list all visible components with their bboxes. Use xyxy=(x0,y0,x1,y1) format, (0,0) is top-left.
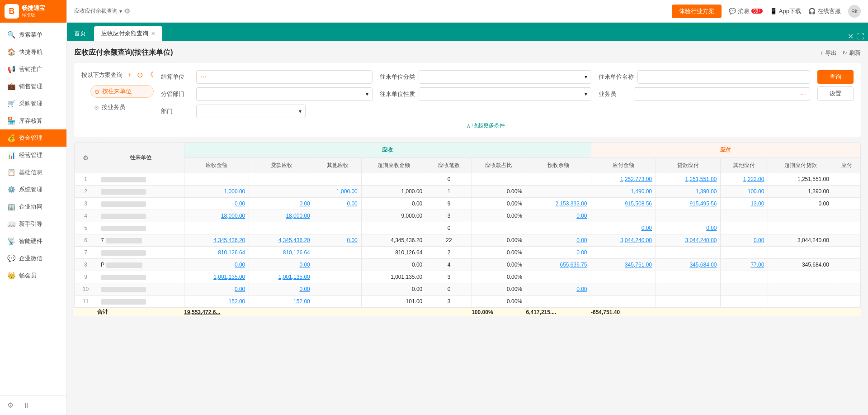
query-button[interactable]: 查询 xyxy=(817,70,854,84)
table-settings-icon[interactable]: ⚙ xyxy=(83,154,89,162)
page-title-bar: 应收应付余额查询(按往来单位) ↑ 导出 ↻ 刷新 xyxy=(74,48,861,57)
export-btn[interactable]: ↑ 导出 xyxy=(821,49,837,57)
footer-ar-count xyxy=(426,308,472,316)
message-icon: 💬 xyxy=(729,8,736,14)
tab-ar-ap[interactable]: 应收应付余额查询 ✕ xyxy=(94,26,162,41)
sidebar-item-wechat[interactable]: 💬 企业微信 xyxy=(0,250,66,267)
col-ar-count: 应收笔数 xyxy=(426,158,472,173)
collapse-icon: ∧ xyxy=(467,123,471,129)
cell-ar-other-3 xyxy=(314,210,361,222)
breadcrumb-arrow: ▾ xyxy=(119,8,122,14)
filter-group-salesperson[interactable]: ⊙ 按业务员 xyxy=(90,101,154,113)
col-settings-header[interactable]: ⚙ xyxy=(75,143,97,173)
sidebar-item-guide[interactable]: 📖 新手引导 xyxy=(0,215,66,233)
nav-label-quick-nav: 快捷导航 xyxy=(19,48,42,56)
collapse-btn[interactable]: ∧ 收起更多条件 xyxy=(467,122,505,129)
sidebar-item-enterprise[interactable]: 🏢 企业协同 xyxy=(0,198,66,215)
cell-party-8 xyxy=(97,271,184,283)
dept-select[interactable]: ▾ xyxy=(196,87,373,101)
filter-add-icon[interactable]: ＋ xyxy=(126,70,133,80)
cell-ar-ratio-4 xyxy=(472,222,526,234)
main-content: 应收应付余额查询(按往来单位) ↑ 导出 ↻ 刷新 按以下方案查询 xyxy=(67,41,868,415)
settlement-label: 结算单位 xyxy=(161,73,193,81)
filter-collapse-icon[interactable]: 《 xyxy=(146,70,154,80)
sidebar-item-quick-nav[interactable]: 🏠 快捷导航 xyxy=(0,43,66,61)
tab-maximize-icon[interactable]: ⛶ xyxy=(857,33,864,41)
settlement-input[interactable]: ··· xyxy=(196,70,373,84)
cell-ap-extra-1 xyxy=(833,186,860,198)
nav-label-inventory: 库存核算 xyxy=(19,117,42,125)
filter-group-salesperson-label: 按业务员 xyxy=(102,103,125,111)
cell-ap-other-1: 100.00 xyxy=(721,186,768,198)
cell-ap-overdue-7: 345,684.00 xyxy=(768,259,833,271)
col-party-header: 往来单位 xyxy=(97,143,184,173)
online-service-btn[interactable]: 🎧 在线客服 xyxy=(808,7,841,15)
filter-mode-section: 按以下方案查询 ＋ ⊙ 《 ⊙ 按往来单位 ⊙ 按业务员 xyxy=(81,70,154,129)
message-label: 消息 xyxy=(738,7,750,15)
user-avatar[interactable]: Rit xyxy=(848,5,861,18)
cell-ar-amount-2: 0.00 xyxy=(184,198,249,210)
footer-ar-total[interactable]: 19,553,472.6... xyxy=(184,308,249,316)
filter-group-party[interactable]: ⊙ 按往来单位 xyxy=(90,85,154,98)
nature-select[interactable]: ▾ xyxy=(419,87,591,101)
cell-ar-count-3: 3 xyxy=(426,210,472,222)
filter-group-salesperson-icon: ⊙ xyxy=(94,104,99,111)
nav-icon-finance: 💰 xyxy=(7,134,15,142)
cell-ar-loan-5: 4,345,436.20 xyxy=(249,234,314,247)
salesperson-dots[interactable]: ··· xyxy=(800,90,806,98)
tab-home[interactable]: 首页 xyxy=(67,26,93,41)
cell-ap-amount-3 xyxy=(591,210,656,222)
filter-settings-icon[interactable]: ⊙ xyxy=(137,71,143,79)
collapse-footer-icon[interactable]: ⏸ xyxy=(23,401,30,410)
custname-input[interactable] xyxy=(637,70,810,84)
header-settings-icon[interactable]: ⚙ xyxy=(124,7,130,15)
nature-label: 往来单位性质 xyxy=(380,90,415,98)
table-row: 11 152.00 152.00 101.00 3 0.00% xyxy=(75,296,861,308)
settlement-dots[interactable]: ··· xyxy=(200,73,206,81)
salesperson-select[interactable]: ··· xyxy=(634,87,810,101)
sidebar-item-sales[interactable]: 💼 销售管理 xyxy=(0,78,66,95)
cell-ap-loan-6 xyxy=(656,247,721,259)
app-download-btn[interactable]: 📱 App下载 xyxy=(770,7,801,15)
nav-label-marketing: 营销推广 xyxy=(19,65,42,73)
sidebar-item-finance[interactable]: 💰 资金管理 xyxy=(0,129,66,147)
category-select[interactable]: ▾ xyxy=(419,70,591,84)
cell-ar-overdue-5: 4,345,436.20 xyxy=(361,234,426,247)
sidebar-item-smart-hw[interactable]: 📡 智能硬件 xyxy=(0,233,66,250)
cell-ar-overdue-1: 1,000.00 xyxy=(361,186,426,198)
cell-ap-loan-8 xyxy=(656,271,721,283)
settings-footer-icon[interactable]: ⚙ xyxy=(7,401,14,410)
tab-close-window-icon[interactable]: ✕ xyxy=(848,32,854,41)
nav-icon-smart-hw: 📡 xyxy=(7,237,15,245)
sidebar-item-basic-info[interactable]: 📋 基础信息 xyxy=(0,164,66,181)
refresh-btn[interactable]: ↻ 刷新 xyxy=(842,49,861,57)
sidebar-item-vip[interactable]: 👑 畅会员 xyxy=(0,267,66,284)
nav-label-sales: 销售管理 xyxy=(19,82,42,91)
footer-ar-loan xyxy=(249,308,314,316)
app-label: App下载 xyxy=(779,7,801,15)
sidebar-item-operations[interactable]: 📊 经营管理 xyxy=(0,147,66,164)
footer-ar-overdue xyxy=(361,308,426,316)
deptroom-select[interactable]: ▾ xyxy=(196,105,306,118)
sidebar-item-search-menu[interactable]: 🔍 搜索菜单 xyxy=(0,26,66,43)
cell-ar-ratio-10: 0.00% xyxy=(472,296,526,308)
sidebar-item-marketing[interactable]: 📢 营销推广 xyxy=(0,61,66,78)
cta-button[interactable]: 体验行业方案 xyxy=(672,5,722,18)
message-btn[interactable]: 💬 消息 99+ xyxy=(729,7,763,15)
setting-button[interactable]: 设置 xyxy=(817,86,854,101)
cell-ap-overdue-10 xyxy=(768,296,833,308)
footer-ap-extra xyxy=(833,308,860,316)
sidebar-item-inventory[interactable]: 🏪 库存核算 xyxy=(0,112,66,129)
cell-ar-count-7: 4 xyxy=(426,259,472,271)
sidebar-item-purchase[interactable]: 🛒 采购管理 xyxy=(0,95,66,112)
cell-ap-other-8 xyxy=(721,271,768,283)
col-ap-overdue: 超期应付货款 xyxy=(768,158,833,173)
app-icon: 📱 xyxy=(770,8,777,14)
cell-ap-loan-4: 0.00 xyxy=(656,222,721,234)
custname-label: 往来单位名称 xyxy=(599,73,634,81)
sidebar-item-system[interactable]: ⚙️ 系统管理 xyxy=(0,181,66,198)
tab-close-icon[interactable]: ✕ xyxy=(151,31,155,37)
cell-ar-other-8 xyxy=(314,271,361,283)
cell-prepay-8 xyxy=(526,271,591,283)
nav-icon-operations: 📊 xyxy=(7,151,15,159)
